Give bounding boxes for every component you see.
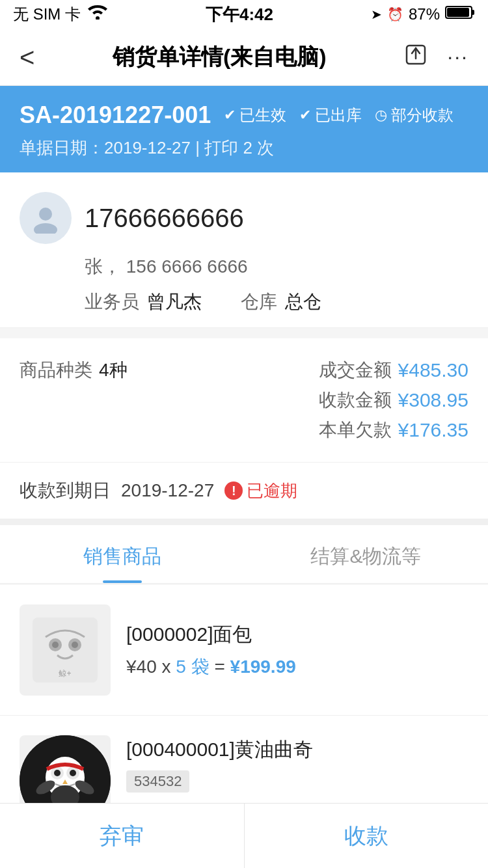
svg-point-10 [52,642,59,648]
stats-right: 成交金额 ¥485.30 收款金额 ¥308.95 本单欠款 ¥176.35 [244,358,468,442]
status-left: 无 SIM 卡 [13,4,108,25]
abandon-review-button[interactable]: 弃审 [0,804,245,868]
svg-text:鲸+: 鲸+ [59,669,71,678]
unit-1: 袋 [191,657,210,677]
product-name-2: [000400001]黄油曲奇 [126,737,468,763]
battery-text: 87% [409,5,440,23]
status-bar: 无 SIM 卡 下午4:42 ➤ ⏰ 87% [0,0,488,29]
share-icon[interactable] [404,43,427,72]
badge-partial-paid: 部分收款 [375,105,454,126]
tab-sales-products[interactable]: 销售商品 [0,525,244,583]
sales-item: 业务员 曾凡杰 [85,290,202,314]
badge-shipped: 已出库 [299,105,362,126]
bottom-bar: 弃审 收款 [0,803,488,868]
order-meta-print-label: 打印 [204,138,238,157]
svg-point-11 [72,642,78,648]
sales-name: 曾凡杰 [147,290,202,314]
carrier-text: 无 SIM 卡 [13,4,81,25]
avatar [20,192,72,244]
due-date: 2019-12-27 [121,480,214,501]
page-title: 销货单详情(来自电脑) [113,42,327,72]
customer-name: 张， [85,256,121,277]
wifi-icon [87,5,108,23]
order-meta-date-label: 单据日期： [20,138,104,157]
product-types: 商品种类 4种 [20,358,244,383]
debt-amount-row: 本单欠款 ¥176.35 [319,418,468,442]
svg-point-18 [70,770,76,776]
more-icon[interactable]: ··· [447,45,468,69]
debt-amount: ¥176.35 [398,419,468,441]
nav-bar: < 销货单详情(来自电脑) ··· [0,29,488,86]
alarm-icon: ⏰ [387,7,403,22]
collect-payment-button[interactable]: 收款 [245,804,489,868]
order-meta-print-unit: 次 [257,138,274,157]
overdue-badge: ! 已逾期 [224,480,297,502]
status-time: 下午4:42 [206,3,273,26]
customer-phone2: 156 6666 6666 [126,256,248,277]
overdue-text: 已逾期 [247,480,297,502]
product-batch-2: 534532 [126,770,189,793]
product-price-1: ¥40 x 5 袋 = ¥199.99 [126,655,468,679]
types-label: 商品种类 [20,358,92,383]
debt-label: 本单欠款 [319,418,392,442]
warehouse-item: 仓库 总仓 [241,290,321,314]
order-meta: 单据日期：2019-12-27 | 打印 2 次 [20,137,468,159]
customer-name-phone: 张， 156 6666 6666 [20,254,468,279]
customer-row: 17666666666 [20,192,468,244]
product-item: 鲸+ [0000002]面包 ¥40 x 5 袋 = ¥199.99 [0,585,488,716]
price-1: ¥40 [126,657,157,677]
customer-section: 17666666666 张， 156 6666 6666 业务员 曾凡杰 仓库 … [0,172,488,328]
received-amount-row: 收款金额 ¥308.95 [319,388,468,413]
back-button[interactable]: < [20,44,34,70]
tabs: 销售商品 结算&物流等 [0,525,488,584]
customer-meta: 业务员 曾凡杰 仓库 总仓 [20,290,468,314]
sales-label: 业务员 [85,290,139,314]
order-banner: SA-20191227-001 已生效 已出库 部分收款 单据日期：2019-1… [0,86,488,172]
order-number: SA-20191227-001 [20,102,211,129]
svg-point-17 [54,770,61,776]
order-meta-print-count: 2 [243,138,252,157]
total-1: ¥199.99 [230,657,296,677]
warehouse-name: 总仓 [285,290,321,314]
warehouse-label: 仓库 [241,290,277,314]
nav-icons: ··· [404,43,468,72]
svg-rect-1 [472,10,474,15]
battery-icon [445,5,475,24]
customer-phone: 17666666666 [85,204,244,233]
received-amount: ¥308.95 [398,389,468,411]
svg-rect-2 [447,8,469,17]
deal-amount: ¥485.30 [398,359,468,381]
order-meta-separator: | [191,138,204,157]
order-number-row: SA-20191227-001 已生效 已出库 部分收款 [20,102,468,129]
due-section: 收款到期日 2019-12-27 ! 已逾期 [0,462,488,525]
qty-1: 5 [176,657,186,677]
product-info-1: [0000002]面包 ¥40 x 5 袋 = ¥199.99 [126,621,468,679]
svg-point-5 [39,208,52,221]
stats-section: 商品种类 4种 成交金额 ¥485.30 收款金额 ¥308.95 本单欠款 ¥… [0,338,488,462]
status-right: ➤ ⏰ 87% [371,5,475,24]
due-label: 收款到期日 [20,478,111,503]
product-thumb-1: 鲸+ [20,604,111,696]
types-value: 4种 [99,358,128,383]
location-icon: ➤ [371,7,382,22]
stats-left: 商品种类 4种 [20,358,244,442]
deal-amount-label: 成交金额 [319,358,392,383]
badge-activated: 已生效 [224,105,286,126]
order-meta-date: 2019-12-27 [104,138,191,157]
deal-amount-row: 成交金额 ¥485.30 [319,358,468,383]
svg-point-6 [34,223,57,234]
overdue-icon: ! [224,481,243,500]
product-name-1: [0000002]面包 [126,621,468,648]
tab-settlement[interactable]: 结算&物流等 [244,525,488,583]
received-label: 收款金额 [319,388,392,413]
